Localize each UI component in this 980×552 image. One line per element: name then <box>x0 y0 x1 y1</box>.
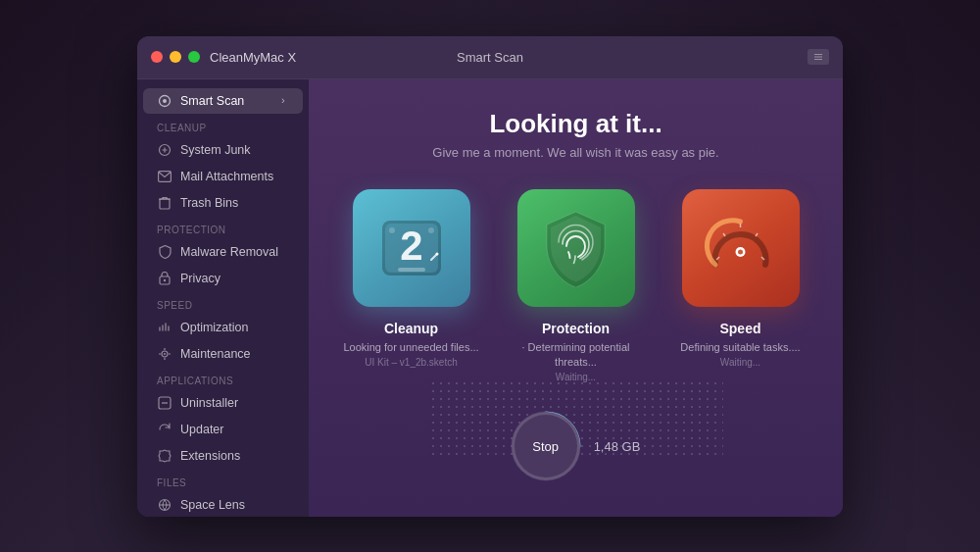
cards-row: 2 Cleanup Looking for unneeded files <box>338 189 814 383</box>
scan-icon <box>157 93 172 109</box>
maintenance-icon <box>157 346 172 362</box>
sidebar-item-uninstaller[interactable]: Uninstaller <box>143 390 303 416</box>
svg-point-4 <box>163 99 167 103</box>
content-area: Looking at it... Give me a moment. We al… <box>309 79 843 517</box>
sidebar-label-updater: Updater <box>180 423 223 436</box>
uninstaller-icon <box>157 395 172 411</box>
cleanup-icon-wrapper: 2 <box>353 189 470 307</box>
optimization-icon <box>157 320 172 335</box>
content-title: Looking at it... <box>489 109 662 139</box>
extensions-icon <box>157 448 172 464</box>
sidebar-item-malware-removal[interactable]: Malware Removal <box>143 239 303 265</box>
svg-rect-19 <box>398 268 425 272</box>
sidebar-label-smart-scan: Smart Scan <box>180 94 244 108</box>
minimize-button[interactable] <box>170 51 181 63</box>
svg-point-23 <box>435 252 438 255</box>
gauge-icon <box>704 211 777 284</box>
sidebar-item-smart-scan[interactable]: Smart Scan › <box>143 88 303 114</box>
sidebar: Smart Scan › Cleanup System Junk <box>137 79 309 517</box>
content-subtitle: Give me a moment. We all wish it was eas… <box>432 145 718 160</box>
app-window: CleanMyMac X Smart Scan <box>137 36 843 517</box>
sidebar-label-system-junk: System Junk <box>180 143 251 157</box>
sidebar-label-mail-attachments: Mail Attachments <box>180 170 273 183</box>
svg-rect-2 <box>814 59 822 60</box>
titlebar-controls <box>808 49 829 65</box>
speed-icon-wrapper <box>682 189 800 307</box>
stop-button[interactable]: Stop <box>512 412 580 480</box>
cleanup-card-status-secondary: UI Kit – v1_2b.sketch <box>365 357 458 368</box>
updater-icon <box>157 422 172 437</box>
section-applications-label: Applications <box>137 368 309 389</box>
speed-card-title: Speed <box>719 321 760 336</box>
svg-rect-7 <box>160 199 170 209</box>
space-lens-icon <box>157 497 172 513</box>
card-protection: Protection · Determining potential threa… <box>503 189 650 383</box>
sidebar-item-extensions[interactable]: Extensions <box>143 443 303 469</box>
section-cleanup-label: Cleanup <box>137 115 309 136</box>
protection-icon-wrapper <box>517 189 635 307</box>
window-title: Smart Scan <box>457 50 523 65</box>
sidebar-item-maintenance[interactable]: Maintenance <box>143 341 303 367</box>
maximize-button[interactable] <box>188 51 200 63</box>
sidebar-label-uninstaller: Uninstaller <box>180 396 238 410</box>
svg-point-25 <box>738 250 743 255</box>
hard-drive-icon: 2 <box>372 209 451 287</box>
protection-card-title: Protection <box>542 321 610 336</box>
svg-point-20 <box>389 227 395 233</box>
sidebar-item-privacy[interactable]: Privacy <box>143 266 303 291</box>
shield-fingerprint-icon <box>539 209 612 287</box>
section-protection-label: Protection <box>137 217 309 238</box>
app-name: CleanMyMac X <box>210 50 296 65</box>
section-files-label: Files <box>137 470 309 491</box>
sidebar-item-trash-bins[interactable]: Trash Bins <box>143 190 303 216</box>
sidebar-label-optimization: Optimization <box>180 321 248 334</box>
sidebar-label-malware-removal: Malware Removal <box>180 245 278 259</box>
svg-rect-1 <box>814 57 822 58</box>
sidebar-item-updater[interactable]: Updater <box>143 417 303 442</box>
sidebar-label-privacy: Privacy <box>180 272 220 285</box>
titlebar: CleanMyMac X Smart Scan <box>137 36 843 79</box>
sidebar-item-system-junk[interactable]: System Junk <box>143 137 303 163</box>
sidebar-item-mail-attachments[interactable]: Mail Attachments <box>143 164 303 189</box>
card-speed: Speed Defining suitable tasks.... Waitin… <box>667 189 814 368</box>
svg-rect-0 <box>814 54 822 55</box>
privacy-icon <box>157 271 172 286</box>
svg-line-27 <box>723 233 725 236</box>
traffic-lights <box>151 51 200 63</box>
svg-point-11 <box>164 353 166 355</box>
protection-card-status-secondary: Waiting... <box>556 372 596 382</box>
titlebar-btn-1[interactable] <box>808 49 829 65</box>
bottom-area: Stop 1,48 GB <box>512 412 641 480</box>
junk-icon <box>157 142 172 158</box>
protection-card-status: · Determining potential threats... <box>503 340 650 371</box>
svg-line-29 <box>756 233 758 236</box>
close-button[interactable] <box>151 51 163 63</box>
svg-point-9 <box>164 278 166 280</box>
svg-point-21 <box>428 227 434 233</box>
cleanup-card-title: Cleanup <box>384 321 438 336</box>
sidebar-item-optimization[interactable]: Optimization <box>143 315 303 340</box>
sidebar-label-extensions: Extensions <box>180 449 240 463</box>
trash-icon <box>157 195 172 211</box>
cursor-indicator: › <box>281 94 289 108</box>
cleanup-card-status: Looking for unneeded files... <box>343 340 478 355</box>
sidebar-label-trash-bins: Trash Bins <box>180 196 238 210</box>
sidebar-label-space-lens: Space Lens <box>180 498 245 512</box>
card-cleanup: 2 Cleanup Looking for unneeded files <box>338 189 485 368</box>
section-speed-label: Speed <box>137 292 309 314</box>
svg-text:2: 2 <box>400 223 422 269</box>
mail-icon <box>157 169 172 184</box>
malware-icon <box>157 244 172 260</box>
progress-ring-wrapper: Stop <box>512 412 580 480</box>
stop-button-label: Stop <box>532 439 559 454</box>
speed-card-status: Defining suitable tasks.... <box>680 340 800 355</box>
sidebar-label-maintenance: Maintenance <box>180 347 251 361</box>
size-label: 1,48 GB <box>594 439 641 454</box>
main-layout: Smart Scan › Cleanup System Junk <box>137 79 843 517</box>
sidebar-item-space-lens[interactable]: Space Lens <box>143 492 303 517</box>
speed-card-status-secondary: Waiting... <box>720 357 760 368</box>
